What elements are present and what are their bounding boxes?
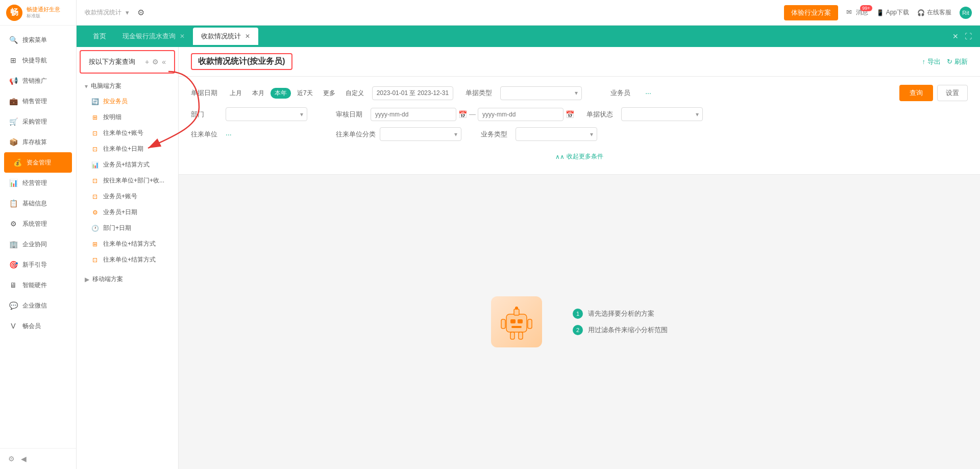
trial-industry-btn[interactable]: 体验行业方案 xyxy=(784,5,838,20)
sidebar-item-sales[interactable]: 💼 销售管理 xyxy=(0,91,76,111)
doc-status-select[interactable] xyxy=(621,107,703,121)
svg-rect-4 xyxy=(514,309,519,315)
sidebar-item-enterprise[interactable]: 🏢 企业协同 xyxy=(0,234,76,254)
topbar-settings-icon[interactable]: ⚙ xyxy=(137,8,144,17)
collapse-sidebar-icon[interactable]: ◀ xyxy=(21,455,27,463)
sidebar-item-wechat[interactable]: 💬 企业微信 xyxy=(0,295,76,316)
scheme-settings-icon[interactable]: ⚙ xyxy=(152,58,159,66)
query-btn[interactable]: 查询 xyxy=(899,85,933,101)
date-tab-more[interactable]: 更多 xyxy=(319,88,339,99)
fullscreen-btn[interactable]: ⛶ xyxy=(965,32,972,40)
sidebar-item-purchase[interactable]: 🛒 采购管理 xyxy=(0,111,76,132)
scheme-collapse-icon[interactable]: « xyxy=(162,58,166,66)
biz-type-select-wrapper xyxy=(516,127,597,141)
tabbar-end: ✕ ⛶ xyxy=(952,32,972,40)
user-avatar[interactable]: Rit xyxy=(960,7,972,19)
tab-home[interactable]: 首页 xyxy=(85,28,114,45)
svg-rect-2 xyxy=(518,319,523,323)
doc-type-select[interactable] xyxy=(500,86,582,100)
review-date-end-input[interactable] xyxy=(478,108,564,121)
scheme-item-label: 按明细 xyxy=(103,113,121,122)
marketing-icon: 📢 xyxy=(8,76,18,86)
tab-bank-close[interactable]: ✕ xyxy=(180,33,185,40)
basic-icon: 📋 xyxy=(8,198,18,208)
sidebar-item-finance[interactable]: 💰 资金管理 xyxy=(4,152,72,173)
tab-home-label: 首页 xyxy=(93,32,106,41)
mobile-scheme-section: ▶ 移动端方案 xyxy=(77,270,178,289)
scheme-item-unit-account[interactable]: ⊡ 往来单位+账号 xyxy=(77,125,178,141)
settings-bottom-icon[interactable]: ⚙ xyxy=(8,455,15,463)
enterprise-icon: 🏢 xyxy=(8,239,18,249)
export-btn[interactable]: ↑ 导出 xyxy=(922,57,941,66)
staff-more-icon[interactable]: ··· xyxy=(645,89,651,97)
scheme-item-staff-account[interactable]: ⊡ 业务员+账号 xyxy=(77,189,178,204)
sidebar-item-hardware[interactable]: 🖥 智能硬件 xyxy=(0,275,76,295)
logo-badge: 标准版 xyxy=(27,13,60,19)
tab-bank[interactable]: 现金银行流水查询 ✕ xyxy=(114,28,193,45)
refresh-btn[interactable]: ↻ 刷新 xyxy=(947,57,968,66)
sidebar-item-quick-nav[interactable]: ⊞ 快捷导航 xyxy=(0,50,76,71)
main-right-content: 收款情况统计(按业务员) ↑ 导出 ↻ 刷新 单据日期 xyxy=(179,47,980,469)
collapse-bar[interactable]: ∧∧ 收起更多条件 xyxy=(191,147,968,166)
date-tab-custom[interactable]: 自定义 xyxy=(341,88,368,99)
sidebar-item-member[interactable]: V 畅会员 xyxy=(0,316,76,336)
partner-category-select-wrapper xyxy=(380,127,461,141)
setting-btn[interactable]: 设置 xyxy=(937,85,968,101)
mobile-scheme-toggle[interactable]: ▶ 移动端方案 xyxy=(77,272,178,287)
dept-filter: 部门 xyxy=(191,107,324,121)
scheme-item-by-staff[interactable]: 🔄 按业务员 xyxy=(77,93,178,109)
date-tab-last-7[interactable]: 近7天 xyxy=(293,88,317,99)
sidebar-item-label: 营销推广 xyxy=(22,77,47,85)
sidebar-item-search[interactable]: 🔍 搜索菜单 xyxy=(0,30,76,50)
close-all-tabs-btn[interactable]: ✕ xyxy=(952,32,959,40)
sidebar-item-label: 畅会员 xyxy=(22,322,41,331)
calendar-icon-start[interactable]: 📅 xyxy=(458,110,467,119)
sidebar-item-guide[interactable]: 🎯 新手引导 xyxy=(0,254,76,275)
scheme-item-staff-date[interactable]: ⚙ 业务员+日期 xyxy=(77,204,178,220)
sidebar-item-label: 基础信息 xyxy=(22,199,47,208)
sidebar-item-system[interactable]: ⚙ 系统管理 xyxy=(0,214,76,234)
add-scheme-icon[interactable]: + xyxy=(145,58,149,66)
scheme-item-label: 按业务员 xyxy=(103,97,128,106)
desktop-scheme-toggle[interactable]: ▾ 电脑端方案 xyxy=(77,79,178,93)
sidebar-item-operation[interactable]: 📊 经营管理 xyxy=(0,173,76,193)
biz-type-select[interactable] xyxy=(516,127,597,141)
scheme-panel: 按以下方案查询 + ⚙ « ▾ 电脑端方案 🔄 按业务员 xyxy=(77,47,179,469)
dept-select-wrapper xyxy=(226,107,307,121)
date-tab-this-year[interactable]: 本年 xyxy=(271,88,291,99)
app-download-btn[interactable]: 📱 App下载 xyxy=(876,8,909,17)
scheme-item-unit-dept[interactable]: ⊡ 按往来单位+部门+收... xyxy=(77,173,178,189)
sidebar: 畅 畅捷通好生意 标准版 🔍 搜索菜单 ⊞ 快捷导航 📢 营销推广 💼 销售管理… xyxy=(0,0,77,469)
scheme-item-label: 往来单位+账号 xyxy=(103,129,143,137)
breadcrumb-text: 收款情况统计 xyxy=(85,8,121,17)
review-date-group: 📅 — 📅 xyxy=(371,108,574,121)
doc-status-select-wrapper xyxy=(621,107,703,121)
scheme-item-unit-settlement2[interactable]: ⊡ 往来单位+结算方式 xyxy=(77,252,178,268)
date-tab-last-month[interactable]: 上月 xyxy=(226,88,246,99)
partner-category-select[interactable] xyxy=(380,127,461,141)
staff-date-icon: ⚙ xyxy=(91,208,99,217)
calendar-icon-end[interactable]: 📅 xyxy=(566,110,574,119)
scheme-item-unit-date[interactable]: ⊡ 往来单位+日期 xyxy=(77,141,178,157)
tab-receipt[interactable]: 收款情况统计 ✕ xyxy=(193,28,258,45)
biz-type-filter: 业务类型 xyxy=(481,127,614,141)
scheme-item-staff-settlement[interactable]: 📊 业务员+结算方式 xyxy=(77,157,178,173)
dept-select[interactable] xyxy=(226,107,307,121)
online-service-btn[interactable]: 🎧 在线客服 xyxy=(917,8,951,17)
date-tab-this-month[interactable]: 本月 xyxy=(248,88,268,99)
scheme-header-icons: + ⚙ « xyxy=(145,58,166,66)
tab-receipt-close[interactable]: ✕ xyxy=(245,33,250,40)
scheme-item-unit-settlement1[interactable]: ⊞ 往来单位+结算方式 xyxy=(77,236,178,252)
partner-filter: 往来单位 ··· xyxy=(191,130,324,139)
tab-bank-label: 现金银行流水查询 xyxy=(122,32,176,41)
sidebar-item-inventory[interactable]: 📦 库存核算 xyxy=(0,132,76,152)
notification-area[interactable]: ✉ 99+ 消息 xyxy=(846,8,868,17)
partner-more-icon[interactable]: ··· xyxy=(226,130,232,138)
scheme-item-dept-date[interactable]: 🕐 部门+日期 xyxy=(77,220,178,236)
sidebar-item-marketing[interactable]: 📢 营销推广 xyxy=(0,71,76,91)
sidebar-item-basic[interactable]: 📋 基础信息 xyxy=(0,193,76,214)
dropdown-icon[interactable]: ▾ xyxy=(126,9,129,16)
scheme-item-label: 往来单位+结算方式 xyxy=(103,255,156,264)
scheme-item-by-detail[interactable]: ⊞ 按明细 xyxy=(77,109,178,125)
review-date-start-input[interactable] xyxy=(371,108,456,121)
